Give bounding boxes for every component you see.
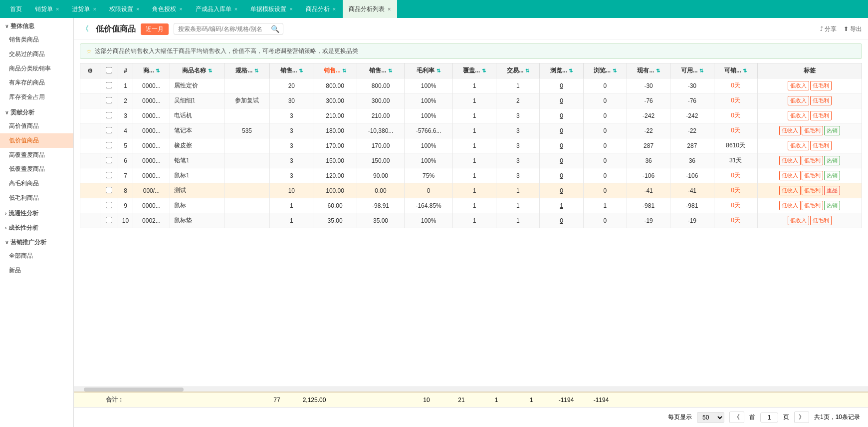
close-icon[interactable]: ×: [93, 6, 96, 12]
first-page-button[interactable]: 《: [729, 412, 744, 423]
nav-sales-order[interactable]: 销货单 ×: [29, 0, 65, 18]
sidebar-item-sales-goods[interactable]: 销售类商品: [0, 32, 73, 47]
sidebar-item-traded-goods[interactable]: 交易过的商品: [0, 47, 73, 61]
browse1-cell[interactable]: 0: [540, 183, 583, 198]
sidebar-item-low-value[interactable]: 低价值商品: [0, 133, 73, 148]
last-page-button[interactable]: 》: [794, 412, 809, 423]
nav-product-analysis[interactable]: 商品分析 ×: [300, 0, 342, 18]
browse1-cell[interactable]: 0: [540, 123, 583, 138]
browse-link[interactable]: 0: [560, 217, 563, 224]
browse1-col-header[interactable]: 浏览... ⇅: [540, 63, 583, 78]
browse1-cell[interactable]: 0: [540, 213, 583, 228]
row-checkbox[interactable]: [106, 172, 112, 178]
nav-product-analysis-list[interactable]: 商品分析列表 ×: [343, 0, 397, 18]
checkbox-cell[interactable]: [100, 198, 118, 213]
sale1-col-header[interactable]: 销售... ⇅: [270, 63, 313, 78]
checkbox-cell[interactable]: [100, 138, 118, 153]
scrollbar-thumb[interactable]: [84, 388, 184, 392]
row-checkbox[interactable]: [106, 217, 112, 223]
row-checkbox[interactable]: [106, 157, 112, 163]
search-input[interactable]: [174, 23, 283, 35]
search-icon[interactable]: 🔍: [271, 25, 279, 33]
checkbox-col-header[interactable]: [100, 63, 118, 78]
close-icon[interactable]: ×: [179, 6, 182, 12]
close-icon[interactable]: ×: [289, 6, 292, 12]
close-icon[interactable]: ×: [388, 6, 391, 12]
close-icon[interactable]: ×: [56, 6, 59, 12]
sale2-col-header[interactable]: 销售... ⇅: [313, 63, 357, 78]
browse-link[interactable]: 0: [560, 97, 563, 104]
browse-link[interactable]: 0: [560, 112, 563, 119]
browse-link[interactable]: 0: [560, 187, 563, 194]
gross-rate-col-header[interactable]: 毛利率 ⇅: [405, 63, 453, 78]
sidebar-group-marketing[interactable]: ∨ 营销推广分析: [0, 234, 73, 249]
browse1-cell[interactable]: 0: [540, 108, 583, 123]
saledays-col-header[interactable]: 可销... ⇅: [714, 63, 757, 78]
collapse-sidebar-button[interactable]: 《: [80, 24, 91, 33]
checkbox-cell[interactable]: [100, 213, 118, 228]
sidebar-item-category-rate[interactable]: 商品分类助销率: [0, 61, 73, 76]
select-all-checkbox[interactable]: [106, 67, 112, 73]
filter-recent-month-button[interactable]: 近一月: [141, 23, 169, 35]
sidebar-group-circulation[interactable]: › 流通性分析: [0, 205, 73, 220]
browse1-cell[interactable]: 0: [540, 168, 583, 183]
row-checkbox[interactable]: [106, 187, 112, 193]
close-icon[interactable]: ×: [333, 6, 336, 12]
sidebar-item-stock-capital[interactable]: 库存资金占用: [0, 90, 73, 104]
nav-permission[interactable]: 权限设置 ×: [103, 0, 145, 18]
browse2-col-header[interactable]: 浏览... ⇅: [583, 63, 627, 78]
sidebar-item-all-goods[interactable]: 全部商品: [0, 249, 73, 263]
row-checkbox[interactable]: [106, 142, 112, 148]
sidebar-item-high-value[interactable]: 高价值商品: [0, 119, 73, 133]
close-icon[interactable]: ×: [234, 6, 237, 12]
checkbox-cell[interactable]: [100, 108, 118, 123]
sidebar-item-low-coverage[interactable]: 低覆盖度商品: [0, 162, 73, 176]
row-checkbox[interactable]: [106, 97, 112, 103]
browse-link[interactable]: 0: [560, 127, 563, 134]
nav-template-settings[interactable]: 单据模板设置 ×: [244, 0, 298, 18]
per-page-select[interactable]: 50 100 200: [697, 412, 724, 423]
row-checkbox[interactable]: [106, 127, 112, 133]
row-checkbox[interactable]: [106, 202, 112, 208]
checkbox-cell[interactable]: [100, 78, 118, 93]
stock1-col-header[interactable]: 现有... ⇅: [627, 63, 670, 78]
sidebar-item-stock-goods[interactable]: 有库存的商品: [0, 75, 73, 90]
sale3-col-header[interactable]: 销售... ⇅: [357, 63, 405, 78]
horizontal-scrollbar[interactable]: [74, 387, 868, 392]
cover-col-header[interactable]: 覆盖... ⇅: [452, 63, 496, 78]
browse1-cell[interactable]: 0: [540, 138, 583, 153]
browse-link[interactable]: 0: [560, 157, 563, 164]
code-col-header[interactable]: 商... ⇅: [133, 63, 170, 78]
sidebar-item-high-margin[interactable]: 高毛利商品: [0, 176, 73, 191]
browse-link[interactable]: 0: [560, 142, 563, 149]
browse1-cell[interactable]: 0: [540, 93, 583, 108]
sidebar-item-low-margin[interactable]: 低毛利商品: [0, 191, 73, 205]
browse-link[interactable]: 0: [560, 82, 563, 89]
sidebar-group-general[interactable]: ∨ 整体信息: [0, 18, 73, 32]
row-checkbox[interactable]: [106, 112, 112, 118]
nav-role-auth[interactable]: 角色授权 ×: [146, 0, 188, 18]
browse1-cell[interactable]: 0: [540, 78, 583, 93]
checkbox-cell[interactable]: [100, 168, 118, 183]
trade-col-header[interactable]: 交易... ⇅: [496, 63, 540, 78]
browse1-cell[interactable]: 1: [540, 198, 583, 213]
checkbox-cell[interactable]: [100, 123, 118, 138]
stock2-col-header[interactable]: 可用... ⇅: [670, 63, 714, 78]
sidebar-item-new-goods[interactable]: 新品: [0, 263, 73, 278]
sidebar-group-contribution[interactable]: ∨ 贡献分析: [0, 104, 73, 119]
nav-home[interactable]: 首页: [4, 0, 28, 18]
checkbox-cell[interactable]: [100, 153, 118, 168]
checkbox-cell[interactable]: [100, 93, 118, 108]
name-col-header[interactable]: 商品名称 ⇅: [170, 63, 224, 78]
share-button[interactable]: ⤴ 分享: [820, 25, 837, 33]
sidebar-group-growth[interactable]: › 成长性分析: [0, 220, 73, 234]
nav-purchase-order[interactable]: 进货单 ×: [66, 0, 102, 18]
sidebar-item-high-coverage[interactable]: 高覆盖度商品: [0, 148, 73, 162]
spec-col-header[interactable]: 规格... ⇅: [224, 63, 269, 78]
page-number-input[interactable]: [760, 413, 778, 423]
browse-link[interactable]: 0: [560, 172, 563, 179]
nav-product-inbound[interactable]: 产成品入库单 ×: [190, 0, 243, 18]
browse1-cell[interactable]: 0: [540, 153, 583, 168]
close-icon[interactable]: ×: [136, 6, 139, 12]
checkbox-cell[interactable]: [100, 183, 118, 198]
